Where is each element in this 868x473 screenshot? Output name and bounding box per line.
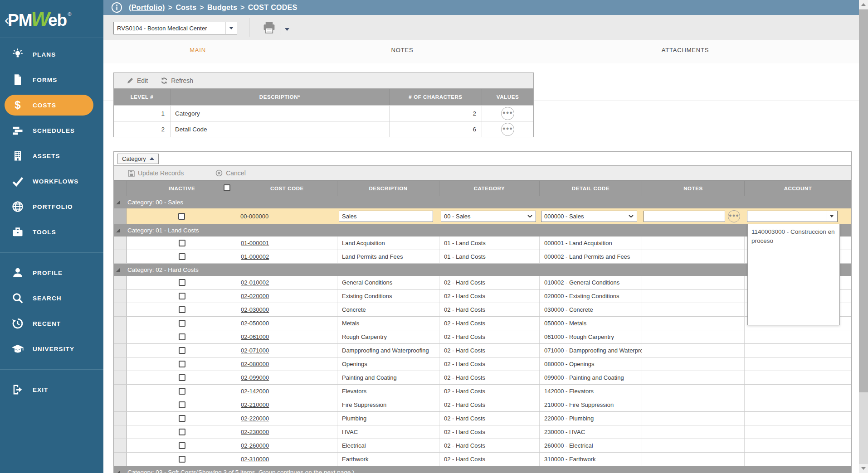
group-by-category-button[interactable]: Category	[117, 154, 159, 164]
group-header-row[interactable]: Category: 02 - Hard Costs	[114, 264, 851, 276]
sidebar-item-profile[interactable]: PROFILE	[0, 260, 103, 285]
refresh-button[interactable]: Refresh	[161, 77, 193, 84]
cost-code-link[interactable]: 02-099000	[241, 374, 269, 381]
values-ellipsis-button[interactable]: ●●●	[501, 123, 514, 136]
inactive-checkbox[interactable]	[179, 429, 185, 435]
column-header-values: VALUES	[482, 89, 533, 105]
tab-main[interactable]: MAIN	[190, 47, 206, 53]
breadcrumb: (Portfolio)>Costs>Budgets>COST CODES	[129, 4, 297, 12]
project-selector-dropdown-button[interactable]	[225, 22, 237, 34]
detail-code-select[interactable]: 000000 - Sales	[541, 211, 637, 222]
cost-code-link[interactable]: 02-210000	[241, 401, 269, 408]
notes-cell	[642, 236, 744, 250]
account-dropdown-button[interactable]	[826, 211, 838, 222]
scrollbar-thumb[interactable]	[859, 10, 868, 392]
account-input[interactable]	[747, 211, 826, 222]
project-selector[interactable]: RVS0104 - Boston Medical Center	[113, 22, 237, 34]
sidebar-item-university[interactable]: UNIVERSITY	[0, 336, 103, 362]
cost-code-link[interactable]: 02-020000	[241, 293, 269, 299]
sort-asc-icon	[150, 157, 154, 160]
collapse-group-icon[interactable]	[116, 200, 120, 204]
row-indicator-active	[114, 208, 127, 224]
inactive-checkbox[interactable]	[179, 415, 185, 422]
sidebar-item-recent[interactable]: RECENT	[0, 311, 103, 336]
inactive-checkbox[interactable]	[179, 293, 185, 299]
tab-notes[interactable]: NOTES	[391, 47, 414, 53]
notes-input[interactable]	[644, 211, 725, 222]
cost-code-link[interactable]: 02-142000	[241, 388, 269, 395]
cost-code-link[interactable]: 02-260000	[241, 442, 269, 449]
vertical-scrollbar[interactable]	[859, 0, 868, 473]
inactive-checkbox[interactable]	[179, 388, 185, 395]
sidebar-item-plans[interactable]: PLANS	[0, 42, 103, 67]
account-dropdown-option[interactable]: 1140003000 - Construccion en proceso	[748, 224, 839, 248]
cost-code-link[interactable]: 02-220000	[241, 415, 269, 422]
select-all-checkbox[interactable]	[224, 184, 230, 191]
inactive-checkbox[interactable]	[179, 401, 185, 408]
inactive-checkbox[interactable]	[179, 361, 185, 367]
cancel-button[interactable]: Cancel	[215, 169, 246, 177]
sidebar-item-portfolio[interactable]: PORTFOLIO	[0, 194, 103, 219]
category-cell: 02 - Hard Costs	[439, 425, 539, 439]
scroll-down-button[interactable]	[859, 464, 868, 473]
cost-code-link[interactable]: 02-030000	[241, 306, 269, 313]
values-ellipsis-button[interactable]: ●●●	[501, 107, 514, 120]
inactive-checkbox[interactable]	[179, 442, 185, 449]
sidebar-item-workflows[interactable]: WORKFLOWS	[0, 169, 103, 194]
sidebar-item-schedules[interactable]: SCHEDULES	[0, 118, 103, 143]
sidebar-item-tools[interactable]: TOOLS	[0, 219, 103, 245]
cost-code-link[interactable]: 02-050000	[241, 320, 269, 327]
collapse-group-icon[interactable]	[116, 268, 120, 272]
cost-code-link[interactable]: 02-080000	[241, 361, 269, 367]
detail-code-cell: 142000 - Elevators	[539, 385, 642, 398]
inactive-checkbox[interactable]	[179, 374, 185, 381]
inactive-checkbox[interactable]	[179, 240, 185, 246]
cost-code-link[interactable]: 01-000002	[241, 253, 269, 260]
cost-code-link[interactable]: 02-071000	[241, 347, 269, 354]
cost-code-link[interactable]: 02-061000	[241, 333, 269, 340]
inactive-checkbox[interactable]	[179, 306, 185, 313]
sidebar-item-forms[interactable]: FORMS	[0, 67, 103, 92]
print-options-caret[interactable]	[285, 28, 289, 31]
cost-code-link[interactable]: 02-310000	[241, 456, 269, 463]
inactive-checkbox[interactable]	[179, 279, 185, 286]
sidebar-nav: PLANS FORMS $ COSTS SCHEDULES ASSETS WOR…	[0, 38, 103, 402]
checkmark-icon	[11, 174, 24, 188]
detail-code-cell: 220000 - Plumbing	[539, 412, 642, 425]
inactive-checkbox[interactable]	[179, 253, 185, 260]
sidebar-item-exit[interactable]: EXIT	[0, 377, 103, 402]
row-indicator	[114, 276, 127, 289]
cost-code-link[interactable]: 02-230000	[241, 429, 269, 435]
description-input[interactable]	[339, 211, 433, 222]
category-select[interactable]: 00 - Sales	[441, 211, 536, 222]
edit-button[interactable]: Edit	[127, 77, 148, 84]
print-button[interactable]	[262, 20, 276, 36]
cost-code-link[interactable]: 02-010002	[241, 279, 269, 286]
group-header-row[interactable]: Category: 03 - Soft Costs(Showing 3 of 5…	[114, 466, 851, 473]
inactive-checkbox[interactable]	[179, 347, 185, 354]
account-cell	[744, 357, 851, 371]
inactive-checkbox[interactable]	[179, 333, 185, 340]
scroll-up-button[interactable]	[859, 0, 868, 9]
inactive-checkbox[interactable]	[179, 456, 185, 463]
category-cell: 02 - Hard Costs	[439, 357, 539, 371]
level-description: Detail Code	[170, 121, 389, 137]
collapse-group-icon[interactable]	[116, 228, 120, 232]
inactive-checkbox[interactable]	[179, 320, 185, 327]
pmweb-logo[interactable]: ‹PMWeb®	[0, 0, 103, 38]
update-records-button[interactable]: Update Records	[127, 169, 184, 177]
description-cell: Land Permits and Fees	[337, 250, 439, 263]
category-cell: 02 - Hard Costs	[439, 317, 539, 330]
group-header-row[interactable]: Category: 01 - Land Costs	[114, 224, 851, 236]
tab-attachments[interactable]: ATTACHMENTS	[662, 47, 709, 53]
collapse-group-icon[interactable]	[116, 470, 120, 473]
inactive-checkbox[interactable]	[178, 213, 185, 220]
sidebar-item-costs[interactable]: $ COSTS	[0, 92, 103, 118]
cost-code-link[interactable]: 01-000001	[241, 240, 269, 246]
sidebar-item-assets[interactable]: ASSETS	[0, 143, 103, 169]
sidebar-item-search[interactable]: SEARCH	[0, 285, 103, 311]
info-icon[interactable]	[111, 2, 122, 13]
group-header-row[interactable]: Category: 00 - Sales	[114, 196, 851, 208]
breadcrumb-portfolio-link[interactable]: (Portfolio)	[129, 4, 165, 11]
notes-ellipsis-button[interactable]: ●●●	[728, 210, 740, 222]
